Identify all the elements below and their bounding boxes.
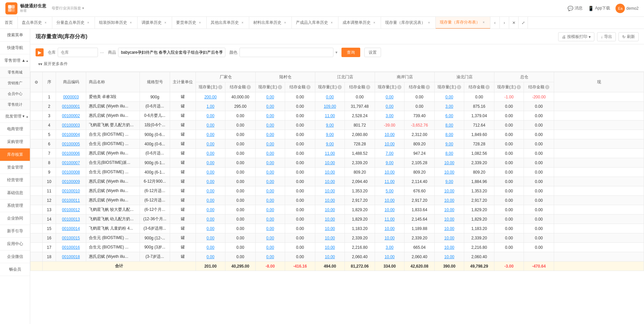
info-icon-totalamt[interactable]: i — [545, 85, 549, 89]
cell-spec: 400g (6-1... — [140, 168, 170, 177]
sidebar-item-retail[interactable]: 零售管理 ▲ — [0, 54, 30, 67]
print-btn[interactable]: 🖨 按模板打印 ▾ — [558, 32, 594, 41]
info-icon-ybqty[interactable]: i — [457, 85, 461, 89]
tab-close-pandian[interactable]: × — [43, 20, 48, 25]
cell-seq: 16 — [43, 233, 56, 243]
sidebar-item-member2[interactable]: 畅会员 — [0, 263, 30, 276]
warehouse-input[interactable] — [58, 48, 98, 57]
cell-f-amt: 0.00 — [225, 186, 256, 196]
tab-close-fenbubiao[interactable]: × — [481, 20, 486, 25]
sidebar-item-inventory[interactable]: 库存核算 — [0, 148, 30, 161]
cell-yb-amt: 1,884.96 — [464, 177, 494, 186]
sidebar-item-retailstat[interactable]: 零售统计 — [0, 99, 30, 110]
cell-l-amt: 0.00 — [285, 149, 315, 158]
refresh-btn[interactable]: ↻ 刷新 — [619, 32, 639, 41]
info-icon-jbamt[interactable]: i — [366, 85, 370, 89]
tab-close-chenben[interactable]: × — [372, 20, 377, 25]
info-icon-naqty[interactable]: i — [397, 85, 401, 89]
sidebar-item-quicknav[interactable]: 快捷导航 — [0, 42, 30, 54]
cell-name: 惠氏启赋 (Wyeth illu... — [86, 102, 140, 111]
info-icon-naamt[interactable]: i — [426, 85, 430, 89]
tab-pandian[interactable]: 盘点单历史 × — [18, 17, 52, 29]
info-icon-fqty[interactable]: i — [218, 85, 222, 89]
sidebar-item-member[interactable]: 会员中心 — [0, 89, 30, 99]
sidebar-item-basic[interactable]: 基础信息 — [0, 187, 30, 199]
tab-nav-left[interactable]: ‹ — [490, 17, 500, 29]
info-icon-totalqty[interactable]: i — [517, 85, 521, 89]
tab-close-diaobo[interactable]: × — [163, 20, 168, 25]
tab-close-zhuangkuang[interactable]: × — [427, 20, 431, 25]
sidebar-item-guide[interactable]: 新手引导 — [0, 225, 30, 238]
sidebar-item-business[interactable]: 经营管理 — [0, 174, 30, 187]
tab-qita[interactable]: 其他出库单历史 × — [207, 17, 249, 29]
message-btn[interactable]: 💬 消息 — [568, 5, 583, 11]
cell-yb-qty: 10.00 — [435, 215, 464, 224]
tab-close-fen-pandian[interactable]: × — [86, 20, 91, 25]
cell-jb-qty: 10.00 — [315, 205, 345, 215]
info-icon-ybamt[interactable]: i — [485, 85, 490, 89]
tab-cailiao[interactable]: 材料出库单历史 × — [249, 17, 292, 29]
sidebar-item-ecommerce[interactable]: 电商管理 — [0, 123, 30, 136]
goods-input[interactable] — [118, 48, 225, 57]
tab-nav-expand[interactable]: ⤢ — [519, 17, 528, 29]
tab-yaohuo[interactable]: 要货单历史 × — [172, 17, 207, 29]
sidebar-item-purchase[interactable]: 采购管理 — [0, 136, 30, 148]
tab-close-qita[interactable]: × — [240, 20, 245, 25]
settings-btn[interactable]: 设置 — [364, 48, 381, 57]
tab-close-chancheng[interactable]: × — [329, 20, 334, 25]
tab-diaobo[interactable]: 调拨单历史 × — [138, 17, 172, 29]
cell-spec: 900g — [140, 92, 170, 102]
cell-gear — [31, 168, 43, 177]
tab-close-cailiao[interactable]: × — [283, 20, 287, 25]
tab-fen-pandian[interactable]: 分量盘点单历史 × — [52, 17, 95, 29]
tab-close-yaohuo[interactable]: × — [198, 20, 202, 25]
color-dropdown-icon[interactable]: ▾ — [335, 50, 337, 55]
cell-l-qty: 0.00 — [256, 186, 285, 196]
sidebar-item-collab[interactable]: 企业协同 — [0, 212, 30, 225]
expand-btn[interactable]: ▾▾ 展开更多条件 — [36, 60, 70, 68]
sidebar-item-search[interactable]: 搜索英单 — [0, 29, 30, 42]
tab-zuhe[interactable]: 组装拆卸单历史 × — [95, 17, 138, 29]
cell-spec: 400g (0-6... — [140, 139, 170, 149]
cell-name: 惠氏启赋 (Wyeth illu... — [86, 186, 140, 196]
sidebar-item-finance[interactable]: 资金管理 — [0, 161, 30, 174]
info-icon-jbqty[interactable]: i — [337, 85, 342, 89]
sidebar-item-appcenter[interactable]: 应用中心 — [0, 238, 30, 250]
info-icon-famt[interactable]: i — [247, 85, 251, 89]
cell-total-qty: 0.00 — [494, 111, 524, 121]
cell-yb-amt: 1,829.20 — [464, 215, 494, 224]
warehouse-ellipsis[interactable]: ··· — [100, 50, 104, 55]
sidebar-item-system[interactable]: 系统管理 — [0, 199, 30, 212]
tab-chancheng[interactable]: 产成品入库单历史 × — [292, 17, 338, 29]
color-input[interactable] — [239, 48, 333, 57]
sidebar-item-wholesale[interactable]: 批发管理 ▾ — [0, 110, 30, 123]
user-profile[interactable]: Ea demo2 — [615, 4, 639, 13]
cell-name: 飞鹤星飞帆 幼儿配方奶... — [86, 215, 140, 224]
expand-icon: ▾▾ — [38, 62, 42, 66]
cell-na-amt: 1,189.88 — [405, 224, 435, 233]
cell-total-amt: 0.00 — [524, 243, 554, 252]
tab-close-zuhe[interactable]: × — [128, 20, 133, 25]
th-gear[interactable]: ⚙ — [31, 72, 43, 92]
filter-toggle[interactable]: ▶ — [36, 48, 44, 56]
tab-xiancun-fenbubiao[interactable]: 现存量（库存分布表） × — [436, 17, 490, 29]
search-btn[interactable]: 查询 — [341, 48, 360, 57]
tab-nav-close[interactable]: ✕ — [509, 17, 519, 29]
sidebar-item-marketing[interactable]: 营销推广 — [0, 78, 30, 89]
cell-name: 合生元(BIOSTIME)派... — [86, 158, 140, 168]
cell-seq: 4 — [43, 121, 56, 130]
tab-chenben[interactable]: 成本调整单历史 × — [338, 17, 381, 29]
info-icon-lqty[interactable]: i — [278, 85, 282, 89]
info-icon-lamt[interactable]: i — [306, 85, 311, 89]
cell-na-qty: 0.00 — [375, 92, 405, 102]
cell-spec: (0-6月适... — [140, 102, 170, 111]
cell-yb-qty: 10.00 — [435, 243, 464, 252]
cell-l-amt: 0.00 — [285, 177, 315, 186]
export-btn[interactable]: ↓ 导出 — [597, 32, 616, 41]
sidebar-item-retailshop[interactable]: 零售商城 — [0, 67, 30, 78]
app-download-btn[interactable]: 📱 App下载 — [588, 5, 610, 11]
tab-nav-right[interactable]: › — [500, 17, 509, 29]
tab-home[interactable]: 首页 — [0, 17, 18, 29]
tab-xiancun-zhuangkuang[interactable]: 现存量（库存状况表） × — [381, 17, 436, 29]
sidebar-item-wxwork[interactable]: 企业微信 — [0, 250, 30, 263]
